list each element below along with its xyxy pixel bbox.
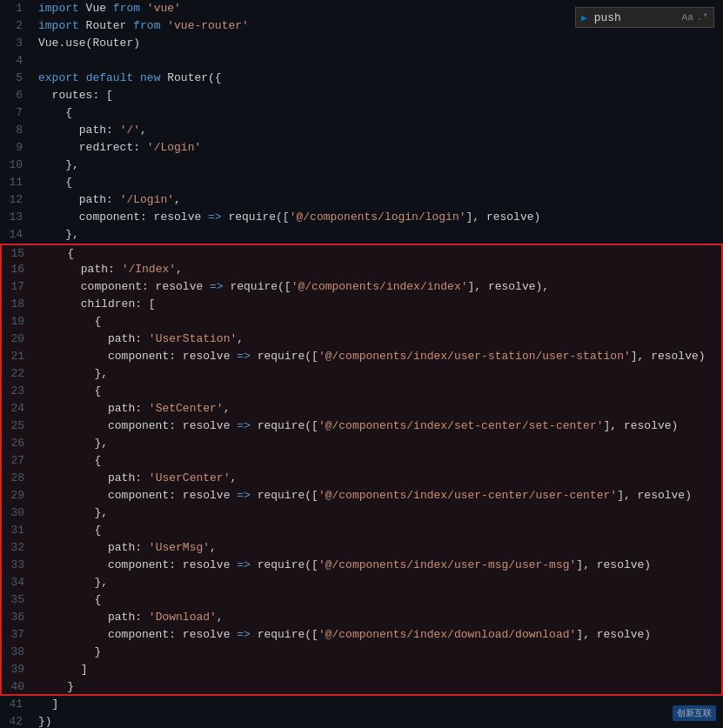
- code-line: 19 {: [0, 313, 723, 331]
- line-number: 11: [0, 174, 31, 191]
- line-number: 2: [0, 17, 31, 35]
- code-line: 3Vue.use(Router): [0, 35, 723, 52]
- line-content: {: [33, 383, 721, 400]
- line-number: 41: [0, 696, 31, 713]
- line-content: },: [33, 365, 721, 383]
- line-content: path: 'UserCenter',: [33, 470, 721, 487]
- line-content: {: [33, 452, 721, 470]
- line-number: 12: [0, 191, 31, 209]
- code-line: 14 },: [0, 226, 723, 244]
- line-content: component: resolve => require(['@/compon…: [33, 487, 721, 504]
- code-line: 29 component: resolve => require(['@/com…: [0, 487, 723, 504]
- line-number: 40: [2, 678, 33, 696]
- line-number: 3: [0, 35, 31, 52]
- line-content: {: [33, 245, 721, 263]
- code-line: 4: [0, 52, 723, 70]
- line-content: {: [31, 104, 723, 122]
- line-number: 21: [2, 348, 33, 365]
- line-content: path: 'UserMsg',: [33, 539, 721, 557]
- line-content: path: '/Index',: [33, 261, 721, 278]
- code-line: 37 component: resolve => require(['@/com…: [0, 626, 723, 644]
- line-number: 42: [0, 713, 31, 728]
- autocomplete-controls[interactable]: Aa .*: [682, 12, 708, 23]
- line-number: 8: [0, 122, 31, 139]
- line-number: 36: [2, 609, 33, 626]
- line-content: path: 'Download',: [33, 609, 721, 626]
- code-line: 39 ]: [0, 661, 723, 678]
- code-line: 10 },: [0, 157, 723, 174]
- line-number: 13: [0, 209, 31, 226]
- line-content: routes: [: [31, 87, 723, 104]
- code-line: 21 component: resolve => require(['@/com…: [0, 348, 723, 365]
- line-content: },: [33, 574, 721, 591]
- line-number: 24: [2, 400, 33, 417]
- code-line: 28 path: 'UserCenter',: [0, 470, 723, 487]
- line-content: component: resolve => require(['@/compon…: [33, 348, 721, 365]
- code-line: 9 redirect: '/Login': [0, 139, 723, 157]
- line-content: component: resolve => require(['@/compon…: [31, 209, 723, 226]
- line-content: },: [31, 157, 723, 174]
- code-line: 11 {: [0, 174, 723, 191]
- line-number: 6: [0, 87, 31, 104]
- code-line: 32 path: 'UserMsg',: [0, 539, 723, 557]
- line-content: },: [31, 226, 723, 244]
- line-number: 10: [0, 157, 31, 174]
- code-line: 6 routes: [: [0, 87, 723, 104]
- watermark-badge: 创新互联: [673, 705, 716, 721]
- code-line: 30 },: [0, 504, 723, 522]
- line-number: 34: [2, 574, 33, 591]
- code-line: 24 path: 'SetCenter',: [0, 400, 723, 417]
- line-number: 30: [2, 504, 33, 522]
- line-content: [31, 52, 723, 70]
- line-number: 39: [2, 661, 33, 678]
- watermark: 创新互联: [673, 705, 716, 721]
- line-number: 28: [2, 470, 33, 487]
- code-line: 8 path: '/',: [0, 122, 723, 139]
- code-line: 18 children: [: [0, 296, 723, 313]
- code-line: 25 component: resolve => require(['@/com…: [0, 417, 723, 435]
- line-number: 4: [0, 52, 31, 70]
- line-number: 16: [2, 261, 33, 278]
- line-number: 35: [2, 591, 33, 609]
- line-number: 7: [0, 104, 31, 122]
- line-number: 1: [0, 0, 31, 17]
- line-content: {: [33, 591, 721, 609]
- autocomplete-popup[interactable]: ▶ push Aa .*: [575, 7, 714, 28]
- code-line: 36 path: 'Download',: [0, 609, 723, 626]
- line-content: Vue.use(Router): [31, 35, 723, 52]
- line-number: 22: [2, 365, 33, 383]
- code-line: 41 ]: [0, 696, 723, 713]
- line-content: component: resolve => require(['@/compon…: [33, 626, 721, 644]
- code-line: 40 }: [0, 678, 723, 696]
- line-number: 25: [2, 417, 33, 435]
- code-line: 17 component: resolve => require(['@/com…: [0, 278, 723, 296]
- autocomplete-case-btn[interactable]: Aa: [682, 12, 693, 23]
- line-number: 15: [2, 245, 33, 263]
- line-number: 32: [2, 539, 33, 557]
- line-content: component: resolve => require(['@/compon…: [33, 557, 721, 574]
- autocomplete-regex-btn[interactable]: .*: [697, 12, 708, 23]
- code-line: 27 {: [0, 452, 723, 470]
- line-number: 38: [2, 644, 33, 661]
- line-content: component: resolve => require(['@/compon…: [33, 417, 721, 435]
- line-content: }: [33, 678, 721, 696]
- autocomplete-item-label: push: [594, 11, 679, 24]
- code-line: 33 component: resolve => require(['@/com…: [0, 557, 723, 574]
- line-content: path: '/Login',: [31, 191, 723, 209]
- line-content: {: [33, 522, 721, 539]
- code-line: 13 component: resolve => require(['@/com…: [0, 209, 723, 226]
- line-number: 19: [2, 313, 33, 331]
- line-number: 9: [0, 139, 31, 157]
- code-line: 5export default new Router({: [0, 70, 723, 87]
- code-area: 1import Vue from 'vue'2import Router fro…: [0, 0, 723, 728]
- line-content: ]: [31, 696, 723, 713]
- line-number: 33: [2, 557, 33, 574]
- code-line: 34 },: [0, 574, 723, 591]
- line-content: }): [31, 713, 723, 728]
- line-number: 31: [2, 522, 33, 539]
- line-number: 17: [2, 278, 33, 296]
- code-line: 31 {: [0, 522, 723, 539]
- line-content: path: 'SetCenter',: [33, 400, 721, 417]
- autocomplete-arrow-icon: ▶: [581, 12, 587, 23]
- code-line: 20 path: 'UserStation',: [0, 331, 723, 348]
